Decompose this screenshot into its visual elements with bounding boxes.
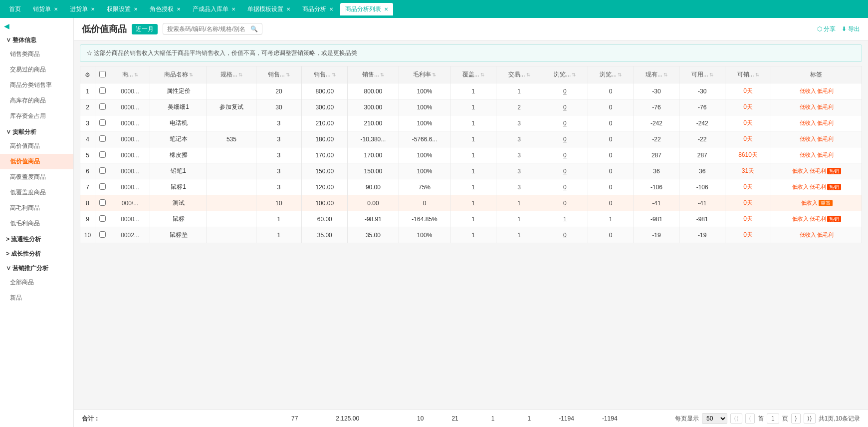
sidebar-item-new-products[interactable]: 新品 bbox=[0, 290, 73, 306]
close-icon[interactable]: ✕ bbox=[54, 6, 58, 12]
close-icon[interactable]: ✕ bbox=[134, 6, 138, 12]
cell-browse1[interactable]: 0 bbox=[542, 227, 588, 243]
page-size-select[interactable]: 50 100 bbox=[702, 413, 727, 424]
cell-browse1[interactable]: 0 bbox=[542, 99, 588, 115]
sidebar-group-flow[interactable]: > 流通性分析 bbox=[0, 231, 73, 246]
th-browse1[interactable]: 浏览...⇅ bbox=[542, 66, 588, 83]
th-sale-price[interactable]: 销售...⇅ bbox=[302, 66, 348, 83]
nav-item-template[interactable]: 单据模板设置 ✕ bbox=[242, 3, 295, 15]
table-wrapper[interactable]: ⚙ 商...⇅ 商品名称⇅ 规格...⇅ 销售...⇅ 销售...⇅ 销售...… bbox=[74, 66, 868, 408]
share-btn[interactable]: ⬡ 分享 bbox=[817, 25, 836, 33]
close-icon[interactable]: ✕ bbox=[286, 6, 290, 12]
sidebar-item-stock-funds[interactable]: 库存资金占用 bbox=[0, 108, 73, 124]
sidebar-group-growth[interactable]: > 成长性分析 bbox=[0, 246, 73, 260]
sidebar-item-category-rate[interactable]: 商品分类销售率 bbox=[0, 77, 73, 93]
nav-item-warehouse[interactable]: 产成品入库单 ✕ bbox=[188, 3, 240, 15]
th-current-stock[interactable]: 现有...⇅ bbox=[634, 66, 679, 83]
th-sale-profit[interactable]: 销售...⇅ bbox=[348, 66, 399, 83]
cell-checkbox[interactable] bbox=[95, 83, 110, 99]
time-range-btn[interactable]: 近一月 bbox=[132, 24, 158, 34]
cell-name: 鼠标 bbox=[150, 211, 207, 227]
th-spec[interactable]: 规格...⇅ bbox=[207, 66, 256, 83]
cell-checkbox[interactable] bbox=[95, 179, 110, 195]
cell-available: -981 bbox=[679, 211, 725, 227]
th-trade[interactable]: 交易...⇅ bbox=[496, 66, 542, 83]
sidebar-item-traded[interactable]: 交易过的商品 bbox=[0, 62, 73, 77]
cell-browse1[interactable]: 0 bbox=[542, 195, 588, 211]
prev-page-btn[interactable]: ⟨ bbox=[745, 414, 755, 424]
first-page-btn[interactable]: ⟨⟨ bbox=[730, 414, 742, 424]
cell-trade: 3 bbox=[496, 163, 542, 179]
th-tags[interactable]: 标签 bbox=[771, 66, 862, 83]
th-checkbox[interactable] bbox=[95, 66, 110, 83]
cell-checkbox[interactable] bbox=[95, 131, 110, 147]
th-code[interactable]: 商...⇅ bbox=[110, 66, 150, 83]
sidebar-item-high-margin[interactable]: 高毛利商品 bbox=[0, 200, 73, 216]
cell-browse2: 0 bbox=[588, 227, 634, 243]
cell-browse1[interactable]: 0 bbox=[542, 163, 588, 179]
cell-checkbox[interactable] bbox=[95, 115, 110, 131]
cell-browse1[interactable]: 0 bbox=[542, 147, 588, 163]
cell-browse1[interactable]: 0 bbox=[542, 131, 588, 147]
cell-checkbox[interactable] bbox=[95, 99, 110, 115]
cell-checkbox[interactable] bbox=[95, 211, 110, 227]
close-icon[interactable]: ✕ bbox=[329, 6, 333, 12]
next-page-btn[interactable]: ⟩ bbox=[791, 414, 801, 424]
cell-checkbox[interactable] bbox=[95, 163, 110, 179]
close-icon[interactable]: ✕ bbox=[231, 6, 235, 12]
cell-sale-price: 150.00 bbox=[302, 163, 348, 179]
th-name[interactable]: 商品名称⇅ bbox=[150, 66, 207, 83]
cell-browse1[interactable]: 0 bbox=[542, 179, 588, 195]
cell-sale-price: 180.00 bbox=[302, 131, 348, 147]
close-icon[interactable]: ✕ bbox=[91, 6, 95, 12]
th-saleable[interactable]: 可销...⇅ bbox=[725, 66, 771, 83]
close-icon[interactable]: ✕ bbox=[384, 6, 388, 12]
search-input[interactable] bbox=[167, 25, 248, 32]
cell-trade: 1 bbox=[496, 83, 542, 99]
th-settings[interactable]: ⚙ bbox=[80, 66, 95, 83]
cell-margin: 0 bbox=[399, 195, 450, 211]
cell-sale-qty: 3 bbox=[256, 179, 302, 195]
sidebar-collapse-btn[interactable]: ◀ bbox=[4, 22, 9, 30]
nav-item-role[interactable]: 角色授权 ✕ bbox=[145, 3, 186, 15]
cell-tags: 低收入低毛利 bbox=[771, 115, 862, 131]
close-icon[interactable]: ✕ bbox=[177, 6, 181, 12]
nav-item-sales[interactable]: 销货单 ✕ bbox=[28, 3, 63, 15]
sidebar-item-low-margin[interactable]: 低毛利商品 bbox=[0, 216, 73, 231]
select-all-checkbox[interactable] bbox=[99, 71, 106, 77]
sidebar-item-sales-category[interactable]: 销售类商品 bbox=[0, 46, 73, 62]
sidebar-item-low-coverage[interactable]: 低覆盖度商品 bbox=[0, 185, 73, 200]
cell-checkbox[interactable] bbox=[95, 195, 110, 211]
th-available[interactable]: 可用...⇅ bbox=[679, 66, 725, 83]
cell-code: 0000... bbox=[110, 163, 150, 179]
cell-checkbox[interactable] bbox=[95, 147, 110, 163]
cell-browse1[interactable]: 1 bbox=[542, 211, 588, 227]
nav-item-home[interactable]: 首页 bbox=[4, 3, 26, 15]
cell-sale-profit: 800.00 bbox=[348, 83, 399, 99]
nav-item-permission[interactable]: 权限设置 ✕ bbox=[102, 3, 143, 15]
th-browse2[interactable]: 浏览...⇅ bbox=[588, 66, 634, 83]
sidebar-item-high-stock[interactable]: 高库存的商品 bbox=[0, 93, 73, 108]
sidebar-group-contribution[interactable]: ∨ 贡献分析 bbox=[0, 124, 73, 138]
cell-browse1[interactable]: 0 bbox=[542, 115, 588, 131]
sidebar-item-all-products[interactable]: 全部商品 bbox=[0, 275, 73, 290]
nav-item-analysis[interactable]: 商品分析 ✕ bbox=[297, 3, 338, 15]
sidebar-item-high-coverage[interactable]: 高覆盖度商品 bbox=[0, 169, 73, 185]
th-coverage[interactable]: 覆盖...⇅ bbox=[450, 66, 496, 83]
main-layout: ◀ ∨ 整体信息 销售类商品 交易过的商品 商品分类销售率 高库存的商品 库存资… bbox=[0, 18, 868, 427]
search-icon[interactable]: 🔍 bbox=[250, 25, 258, 32]
cell-sale-qty: 1 bbox=[256, 211, 302, 227]
cell-browse1[interactable]: 0 bbox=[542, 83, 588, 99]
th-margin[interactable]: 毛利率⇅ bbox=[399, 66, 450, 83]
nav-item-purchase[interactable]: 进货单 ✕ bbox=[65, 3, 100, 15]
last-page-btn[interactable]: ⟩⟩ bbox=[804, 414, 816, 424]
sidebar-item-low-value[interactable]: 低价值商品 bbox=[0, 154, 73, 169]
sidebar-group-marketing[interactable]: ∨ 营销推广分析 bbox=[0, 260, 73, 275]
nav-item-analysis-list[interactable]: 商品分析列表 ✕ bbox=[340, 3, 393, 15]
cell-checkbox[interactable] bbox=[95, 227, 110, 243]
th-sale-qty[interactable]: 销售...⇅ bbox=[256, 66, 302, 83]
footer-total: 合计： 77 2,125.00 10 21 1 1 -1194 -1194 bbox=[82, 415, 618, 423]
sidebar-group-overall[interactable]: ∨ 整体信息 bbox=[0, 32, 73, 46]
sidebar-item-high-value[interactable]: 高价值商品 bbox=[0, 138, 73, 154]
export-btn[interactable]: ⬇ 导出 bbox=[842, 25, 860, 33]
